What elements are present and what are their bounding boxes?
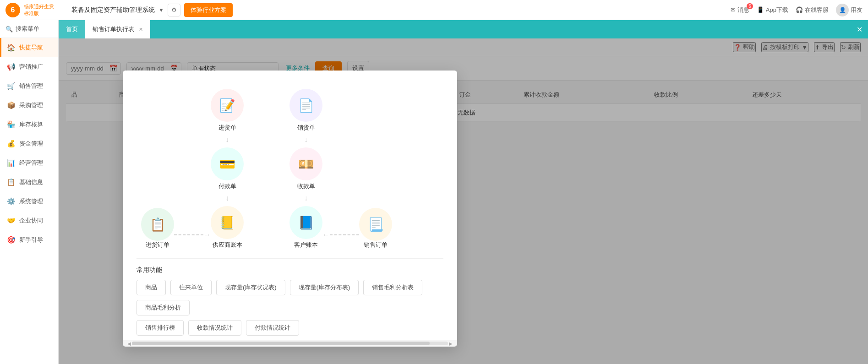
close-all-tabs-btn[interactable]: ✕: [851, 20, 868, 38]
main-layout: 🔍 搜索菜单 🏠 快捷导航 📢 营销推广 🛒 销售管理 📦 采购管理 🏪: [0, 20, 868, 364]
online-service-btn[interactable]: 🎧 在线客服: [796, 6, 829, 14]
common-btn-payment-stats[interactable]: 付款情况统计: [246, 320, 299, 336]
sidebar-item-label: 快捷导航: [19, 43, 43, 52]
common-functions-title: 常用功能: [136, 266, 443, 274]
enterprise-icon: 🤝: [7, 217, 16, 225]
flow-diagram: 📋 进货订单 →: [136, 84, 443, 258]
system-title: 装备及固定资产辅助管理系统: [71, 6, 155, 14]
avatar: 👤: [836, 4, 849, 16]
sidebar-item-purchase[interactable]: 📦 采购管理: [0, 96, 58, 115]
headset-icon: 🎧: [796, 6, 803, 13]
tab-sales-order-exec-label: 销售订单执行表: [93, 25, 134, 33]
sidebar-item-base-info[interactable]: 📋 基础信息: [0, 173, 58, 192]
receipt-bill-icon: 💴: [289, 147, 322, 180]
experience-button[interactable]: 体验行业方案: [184, 3, 233, 17]
tab-bar: 首页 销售订单执行表 ✕ ✕: [59, 20, 868, 38]
scrollbar-thumb[interactable]: [132, 342, 430, 345]
sales-order-node: 📃 销售订单: [359, 208, 392, 249]
purchase-order-label: 进货订单: [146, 241, 169, 249]
payment-bill-label: 付款单: [218, 182, 236, 190]
purchase-bill-label: 进货单: [218, 124, 236, 132]
scrollbar-left-arrow[interactable]: ◀: [126, 341, 132, 346]
sidebar-item-operations[interactable]: 📊 经营管理: [0, 153, 58, 173]
logo-area: 6 畅康通好生意 标准版: [5, 3, 64, 17]
sales-icon: 🛒: [7, 82, 16, 90]
common-btns-row1: 商品 往来单位 现存量(库存状况表) 现存量(库存分布表) 销售毛利分析表 商品…: [136, 280, 443, 315]
message-badge: 6: [747, 3, 753, 9]
top-bar-right: ✉ 消息 6 📱 App下载 🎧 在线客服 👤 用友: [731, 4, 863, 16]
phone-icon: 📱: [757, 6, 764, 13]
sidebar-item-finance[interactable]: 💰 资金管理: [0, 134, 58, 153]
sidebar-item-guide[interactable]: 🎯 新手引导: [0, 230, 58, 250]
common-btn-stock-status[interactable]: 现存量(库存状况表): [216, 280, 285, 295]
sidebar-item-label: 经营管理: [19, 159, 43, 167]
sidebar-item-label: 库存核算: [19, 120, 43, 129]
sidebar-item-label: 企业协同: [19, 217, 43, 225]
logo-icon: 6: [5, 3, 20, 17]
purchase-bill-col: 📝 进货单 ↓ 💳 付款单 ↓ 📒 供应商账本: [211, 89, 244, 249]
search-menu-btn[interactable]: 🔍 搜索菜单: [0, 20, 58, 38]
message-btn[interactable]: ✉ 消息 6: [731, 6, 749, 14]
sidebar-item-label: 系统管理: [19, 197, 43, 206]
supplier-ledger-icon: 📒: [211, 206, 244, 239]
sidebar-item-marketing[interactable]: 📢 营销推广: [0, 57, 58, 76]
settings-button[interactable]: ⚙: [168, 4, 180, 16]
search-icon: 🔍: [5, 26, 13, 33]
common-btn-stock-dist[interactable]: 现存量(库存分布表): [290, 280, 359, 295]
guide-icon: 🎯: [7, 236, 16, 244]
dropdown-icon[interactable]: ▼: [158, 7, 164, 13]
common-btn-product-profit[interactable]: 商品毛利分析: [136, 300, 190, 315]
common-btns-row2: 销售排行榜 收款情况统计 付款情况统计: [136, 320, 443, 336]
sidebar-item-label: 营销推广: [19, 63, 43, 71]
sidebar-item-label: 基础信息: [19, 178, 43, 186]
sidebar-item-label: 采购管理: [19, 101, 43, 109]
user-btn[interactable]: 👤 用友: [836, 4, 863, 16]
customer-ledger-icon: 📘: [289, 206, 322, 239]
app-download-btn[interactable]: 📱 App下载: [757, 6, 788, 14]
marketing-icon: 📢: [7, 63, 16, 71]
top-bar-center: 装备及固定资产辅助管理系统 ▼ ⚙ 体验行业方案: [64, 3, 731, 17]
receipt-bill-label: 收款单: [297, 182, 315, 190]
sales-bill-col: 📄 销货单 ↓ 💴 收款单 ↓ 📘 客户账本: [289, 89, 322, 249]
finance-icon: 💰: [7, 140, 16, 148]
sidebar: 🔍 搜索菜单 🏠 快捷导航 📢 营销推广 🛒 销售管理 📦 采购管理 🏪: [0, 20, 59, 364]
sales-bill-icon: 📄: [289, 89, 322, 122]
content-area: 首页 销售订单执行表 ✕ ✕ ❓ 帮助: [59, 20, 868, 364]
modal-overlay: 📋 进货订单 →: [59, 38, 868, 364]
modal-scrollbar: ◀ ▶: [123, 340, 457, 347]
sidebar-item-label: 资金管理: [19, 140, 43, 148]
purchase-bill-icon: 📝: [211, 89, 244, 122]
common-functions-section: 常用功能 商品 往来单位 现存量(库存状况表) 现存量(库存分布表) 销售毛利分…: [136, 258, 443, 336]
home-icon: 🏠: [7, 43, 16, 52]
common-btn-sales-rank[interactable]: 销售排行榜: [136, 320, 184, 336]
tab-home[interactable]: 首页: [59, 20, 85, 38]
customer-ledger-label: 客户账本: [294, 241, 318, 249]
common-btn-receipt-stats[interactable]: 收款情况统计: [188, 320, 241, 336]
purchase-order-icon: 📋: [141, 208, 174, 241]
payment-bill-icon: 💳: [211, 147, 244, 180]
common-btn-sales-profit[interactable]: 销售毛利分析表: [363, 280, 422, 295]
operations-icon: 📊: [7, 159, 16, 167]
sidebar-item-enterprise[interactable]: 🤝 企业协同: [0, 211, 58, 230]
inventory-icon: 🏪: [7, 120, 16, 129]
purchase-order-node: 📋 进货订单: [141, 208, 174, 249]
tab-sales-order-exec[interactable]: 销售订单执行表 ✕: [85, 20, 150, 38]
sidebar-item-sales[interactable]: 🛒 销售管理: [0, 76, 58, 96]
common-btn-product[interactable]: 商品: [136, 280, 166, 295]
base-info-icon: 📋: [7, 178, 16, 186]
logo-text: 畅康通好生意 标准版: [24, 3, 54, 16]
scrollbar-right-arrow[interactable]: ▶: [448, 341, 453, 346]
scrollbar-track: [132, 342, 448, 345]
sidebar-item-inventory[interactable]: 🏪 库存核算: [0, 115, 58, 134]
common-btn-partner[interactable]: 往来单位: [170, 280, 212, 295]
sidebar-item-quick-nav[interactable]: 🏠 快捷导航: [0, 38, 58, 57]
message-icon: ✉: [731, 6, 736, 13]
sidebar-item-label: 新手引导: [19, 236, 43, 244]
tab-close-btn[interactable]: ✕: [139, 27, 143, 33]
system-icon: ⚙️: [7, 197, 16, 206]
sales-order-icon: 📃: [359, 208, 392, 241]
quick-nav-modal: 📋 进货订单 →: [123, 71, 457, 347]
supplier-ledger-label: 供应商账本: [213, 241, 242, 249]
sidebar-item-label: 销售管理: [19, 82, 43, 90]
sidebar-item-system[interactable]: ⚙️ 系统管理: [0, 192, 58, 211]
